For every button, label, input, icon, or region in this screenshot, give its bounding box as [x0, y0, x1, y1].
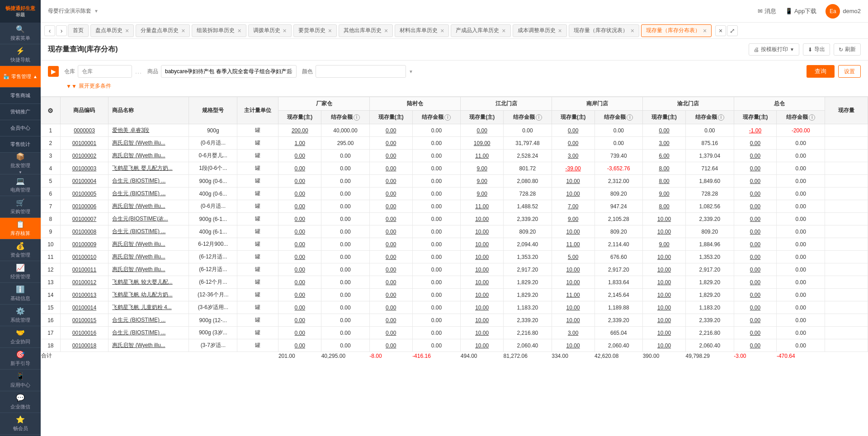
collapse-btn[interactable]: ▶: [48, 66, 59, 77]
cell-na-cur[interactable]: 5.00: [552, 251, 594, 263]
cell-cj-cur[interactable]: 0.00: [278, 301, 321, 314]
cell-cj-cur[interactable]: 0.00: [278, 162, 321, 175]
table-row[interactable]: 12 00100011 惠氏启智 (Wyeth illu... (6-12月适.…: [41, 263, 868, 276]
cell-jb-cur[interactable]: 10.00: [461, 225, 504, 238]
tab-close-icon[interactable]: ×: [384, 27, 388, 34]
cell-jb-cur[interactable]: 10.00: [461, 314, 504, 327]
cell-cj-cur[interactable]: 0.00: [278, 238, 321, 251]
sidebar-item-corp[interactable]: 🤝 企业协同: [0, 326, 41, 348]
tab-close-icon[interactable]: ×: [125, 27, 129, 34]
cell-lc-cur[interactable]: 0.00: [369, 162, 412, 175]
cell-cj-cur[interactable]: 200.00: [278, 124, 321, 137]
table-row[interactable]: 6 00100005 合生元 (BIOSTIME) ... 400g (0-6.…: [41, 188, 868, 200]
cell-jub-cur[interactable]: 8.00: [643, 200, 686, 213]
sidebar-item-finance[interactable]: 💰 资金管理: [0, 239, 41, 261]
cell-name[interactable]: 惠氏启智 (Wyeth illu...: [108, 137, 189, 150]
cell-name[interactable]: 爱他美 卓睿3段: [108, 124, 189, 137]
cell-tot-cur[interactable]: 0.00: [734, 238, 777, 251]
cell-tot-cur[interactable]: 0.00: [734, 314, 777, 327]
table-row[interactable]: 10 00100009 惠氏启智 (Wyeth illu... 6-12月900…: [41, 238, 868, 251]
cell-na-cur[interactable]: 10.00: [552, 225, 594, 238]
tab-material-out[interactable]: 材料出库单历史 ×: [395, 24, 449, 37]
cell-jb-cur[interactable]: 10.00: [461, 213, 504, 225]
cell-jub-cur[interactable]: 9.00: [643, 188, 686, 200]
settings-btn[interactable]: 设置: [838, 65, 861, 78]
refresh-btn[interactable]: ↻ 刷新: [834, 43, 861, 56]
cell-name[interactable]: 飞鹤星飞帆 儿童奶粉 4...: [108, 301, 189, 314]
cell-lc-cur[interactable]: 0.00: [369, 124, 412, 137]
sidebar-item-member[interactable]: 会员中心: [0, 120, 41, 136]
expand-conditions-btn[interactable]: ▼▼ 展开更多条件: [62, 80, 115, 92]
cell-na-cur[interactable]: 10.00: [552, 175, 594, 188]
sidebar-item-wechat[interactable]: 💬 企业微信: [0, 391, 41, 413]
cell-tot-cur[interactable]: 0.00: [734, 301, 777, 314]
cell-jb-cur[interactable]: 9.00: [461, 188, 504, 200]
cell-cj-cur[interactable]: 0.00: [278, 188, 321, 200]
cell-na-cur[interactable]: 10.00: [552, 263, 594, 276]
info-icon[interactable]: i: [809, 114, 815, 121]
cell-cj-cur[interactable]: 0.00: [278, 263, 321, 276]
cell-na-cur[interactable]: 0.00: [552, 137, 594, 150]
cell-cj-cur[interactable]: 0.00: [278, 200, 321, 213]
cell-tot-cur[interactable]: 0.00: [734, 162, 777, 175]
cell-na-cur[interactable]: -39.00: [552, 162, 594, 175]
sidebar-item-system[interactable]: ⚙️ 系统管理: [0, 305, 41, 326]
info-icon[interactable]: i: [718, 114, 724, 121]
info-icon[interactable]: i: [627, 114, 633, 121]
color-input[interactable]: [316, 65, 406, 78]
cell-code[interactable]: 00100013: [60, 289, 108, 301]
cell-jub-cur[interactable]: 10.00: [643, 251, 686, 263]
cell-lc-cur[interactable]: 0.00: [369, 225, 412, 238]
cell-jb-cur[interactable]: 10.00: [461, 238, 504, 251]
info-icon[interactable]: i: [354, 114, 360, 121]
cell-code[interactable]: 00100008: [60, 225, 108, 238]
cell-lc-cur[interactable]: 0.00: [369, 238, 412, 251]
cell-tot-cur[interactable]: 0.00: [734, 251, 777, 263]
app-download-btn[interactable]: 📱 App下载: [785, 7, 816, 15]
cell-lc-cur[interactable]: 0.00: [369, 150, 412, 162]
cell-cj-cur[interactable]: 1.00: [278, 137, 321, 150]
cell-name[interactable]: 合生元 (BIOSTIME) ...: [108, 314, 189, 327]
sidebar-item-purchase[interactable]: 🛒 采购管理: [0, 196, 41, 218]
sidebar-item-marketing[interactable]: 营销推广: [0, 104, 41, 120]
sidebar-item-appcenter[interactable]: 📱 应用中心: [0, 370, 41, 391]
tab-close-icon[interactable]: ×: [502, 27, 505, 34]
cell-na-cur[interactable]: 7.00: [552, 200, 594, 213]
cell-na-cur[interactable]: 3.00: [552, 150, 594, 162]
cell-lc-cur[interactable]: 0.00: [369, 188, 412, 200]
cell-jb-cur[interactable]: 10.00: [461, 327, 504, 339]
cell-jub-cur[interactable]: 10.00: [643, 263, 686, 276]
tab-close-icon[interactable]: ×: [703, 27, 707, 34]
table-row[interactable]: 15 00100014 飞鹤星飞帆 儿童奶粉 4... (3-6岁适用... 罐…: [41, 301, 868, 314]
cell-lc-cur[interactable]: 0.00: [369, 314, 412, 327]
sidebar-item-ops[interactable]: 📈 经营管理: [0, 261, 41, 283]
tab-close-icon[interactable]: ×: [181, 27, 185, 34]
info-icon[interactable]: i: [444, 114, 451, 121]
cell-code[interactable]: 00100014: [60, 301, 108, 314]
tab-close-icon[interactable]: ×: [328, 27, 332, 34]
sidebar-item-retail-mgmt[interactable]: 🏪 零售管理 ▲: [0, 66, 41, 88]
cell-jb-cur[interactable]: 109.00: [461, 137, 504, 150]
cell-cj-cur[interactable]: 0.00: [278, 276, 321, 289]
cell-cj-cur[interactable]: 0.00: [278, 289, 321, 301]
table-row[interactable]: 18 00100018 惠氏启智 (Wyeth illu... (3-7岁适..…: [41, 339, 868, 352]
cell-na-cur[interactable]: 10.00: [552, 188, 594, 200]
query-btn[interactable]: 查询: [807, 65, 835, 78]
tab-close-icon[interactable]: ×: [558, 27, 562, 34]
cell-tot-cur[interactable]: 0.00: [734, 339, 777, 352]
cell-na-cur[interactable]: 11.00: [552, 238, 594, 251]
table-row[interactable]: 8 00100007 合生元(BIOSTIME)浓... 900g (6-1..…: [41, 213, 868, 225]
table-row[interactable]: 1 0000003 爱他美 卓睿3段 900g 罐 200.00 40,000.…: [41, 124, 868, 137]
product-input[interactable]: [161, 65, 297, 78]
table-row[interactable]: 14 00100013 飞鹤星飞帆 幼儿配方奶... (12-36个月... 罐…: [41, 289, 868, 301]
sidebar-item-ecommerce[interactable]: 💻 电商管理: [0, 174, 41, 196]
cell-jb-cur[interactable]: 10.00: [461, 263, 504, 276]
cell-jub-cur[interactable]: 6.00: [643, 150, 686, 162]
cell-jub-cur[interactable]: 10.00: [643, 213, 686, 225]
cell-code[interactable]: 00100003: [60, 162, 108, 175]
sidebar-item-guide[interactable]: 🎯 新手引导: [0, 348, 41, 370]
cell-name[interactable]: 惠氏启智 (Wyeth illu...: [108, 339, 189, 352]
cell-name[interactable]: 惠氏启智 (Wyeth illu...: [108, 238, 189, 251]
th-settings[interactable]: ⚙: [41, 97, 61, 124]
cell-jb-cur[interactable]: 10.00: [461, 339, 504, 352]
